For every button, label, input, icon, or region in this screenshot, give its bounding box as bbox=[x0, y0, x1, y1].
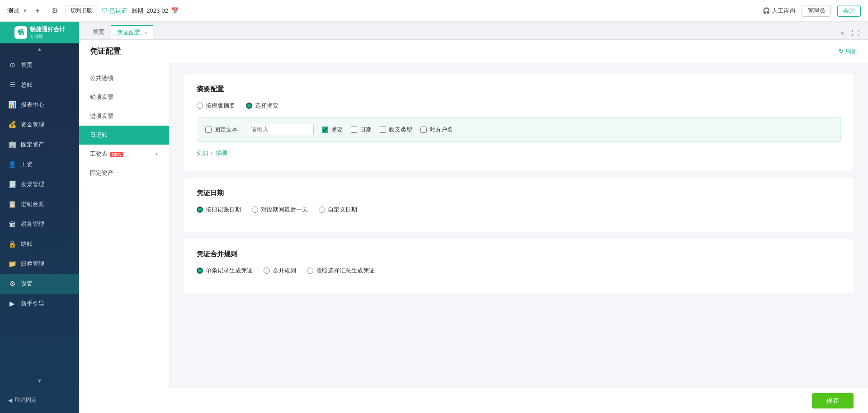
sidebar-item-payroll[interactable]: 👤 工资 bbox=[0, 155, 79, 174]
fund-icon: 💰 bbox=[8, 121, 16, 129]
sidebar-item-asset[interactable]: 🏢 固定资产 bbox=[0, 135, 79, 155]
summary-radio-group: 按模版摘要 选择摘要 bbox=[197, 102, 841, 110]
tab-home[interactable]: 首页 bbox=[86, 25, 111, 39]
ledger-icon: ☰ bbox=[8, 81, 16, 89]
sidebar-label: 报表中心 bbox=[21, 101, 44, 109]
counterparty-checkbox[interactable] bbox=[420, 127, 427, 133]
sidebar-item-tax[interactable]: 🏛 税务管理 bbox=[0, 214, 79, 234]
switch-old-btn[interactable]: 切到旧版 bbox=[66, 5, 97, 16]
merge-section: 凭证合并规则 单条记录生成凭证 合并规则 bbox=[184, 239, 854, 293]
archive-icon: 📁 bbox=[8, 260, 16, 268]
journal-date-radio[interactable] bbox=[197, 206, 203, 213]
guide-icon: ▶ bbox=[8, 300, 16, 308]
sidebar-label: 首页 bbox=[21, 61, 33, 69]
select-summary-option[interactable]: 选择摘要 bbox=[246, 102, 278, 110]
nav-item-purchase-invoice[interactable]: 进项发票 bbox=[79, 107, 169, 126]
fixed-text-checkbox[interactable] bbox=[205, 127, 212, 133]
sidebar-scroll-up[interactable]: ▲ bbox=[0, 43, 79, 55]
period-last-day-radio[interactable] bbox=[252, 206, 258, 213]
sidebar-item-home[interactable]: ⊙ 首页 bbox=[0, 55, 79, 75]
custom-date-radio[interactable] bbox=[319, 206, 325, 213]
cancel-fixed-btn[interactable]: ◀ 取消固定 bbox=[0, 392, 79, 408]
merge-rules-radio[interactable] bbox=[264, 268, 270, 274]
merge-rules-option[interactable]: 合并规则 bbox=[264, 267, 296, 275]
tab-voucher-config[interactable]: 凭证配置 × bbox=[111, 25, 153, 39]
payment-type-checkbox[interactable] bbox=[380, 127, 386, 133]
sidebar-label: 新手引导 bbox=[21, 300, 44, 308]
report-icon: 📊 bbox=[8, 101, 16, 109]
sidebar-label: 总账 bbox=[21, 81, 33, 89]
refresh-label: 刷新 bbox=[845, 47, 857, 56]
date-option[interactable]: 日期 bbox=[351, 126, 372, 134]
single-record-radio[interactable] bbox=[197, 268, 203, 274]
tab-voucher-config-label: 凭证配置 bbox=[117, 28, 141, 37]
calendar-icon[interactable]: 📅 bbox=[171, 7, 179, 14]
main-layout: 畅 畅捷通好会计 专业版 ▲ ⊙ 首页 ☰ 总账 📊 报表中心 bbox=[0, 22, 868, 413]
summary-section-title: 摘要配置 bbox=[197, 85, 841, 94]
nav-item-journal[interactable]: 日记账 bbox=[79, 126, 169, 145]
close-account-icon: 🔒 bbox=[8, 240, 16, 248]
sidebar-label: 进销台账 bbox=[21, 200, 44, 208]
admin-btn[interactable]: 管理员 bbox=[802, 5, 831, 17]
refresh-icon: ↻ bbox=[839, 48, 844, 55]
company-dropdown-icon[interactable]: ▾ bbox=[24, 7, 27, 14]
add-icon[interactable]: + bbox=[31, 5, 44, 17]
sidebar-item-ledger[interactable]: ☰ 总账 bbox=[0, 75, 79, 95]
sidebar-label: 资金管理 bbox=[21, 121, 44, 129]
consult-btn[interactable]: 🎧 人工咨询 bbox=[763, 7, 795, 15]
merge-radio-group: 单条记录生成凭证 合并规则 按照选择汇总生成凭证 bbox=[197, 267, 841, 275]
sidebar-item-close[interactable]: 🔒 结账 bbox=[0, 234, 79, 254]
example-text: 例如： 摘要 bbox=[197, 146, 841, 160]
sidebar-item-report[interactable]: 📊 报表中心 bbox=[0, 95, 79, 115]
sidebar-item-settings[interactable]: ⚙ 设置 bbox=[0, 274, 79, 294]
nav-item-fixed-assets[interactable]: 固定资产 bbox=[79, 164, 169, 183]
cancel-fixed-label: 取消固定 bbox=[15, 396, 37, 404]
nav-item-public[interactable]: 公共选项 bbox=[79, 69, 169, 88]
date-radio-group: 按日记账日期 对应期间最后一天 自定义日期 bbox=[197, 206, 841, 214]
shield-icon: 🛡 bbox=[102, 7, 108, 14]
fixed-text-option[interactable]: 固定文本 bbox=[205, 126, 238, 134]
certified-text: 已认证 bbox=[109, 7, 127, 15]
journal-date-option[interactable]: 按日记账日期 bbox=[197, 206, 241, 214]
template-summary-radio[interactable] bbox=[197, 103, 203, 109]
settings-gear-icon[interactable]: ⚙ bbox=[48, 5, 61, 17]
sidebar-item-fund[interactable]: 💰 资金管理 bbox=[0, 115, 79, 135]
left-nav: 公共选项 销项发票 进项发票 日记账 工资表 NEW ▾ bbox=[79, 63, 170, 388]
sidebar-item-archive[interactable]: 📁 归档管理 bbox=[0, 254, 79, 274]
scroll-up-icon[interactable]: ▲ bbox=[36, 45, 43, 53]
tab-fullscreen-btn[interactable]: ⛶ bbox=[850, 28, 861, 39]
single-record-option[interactable]: 单条记录生成凭证 bbox=[197, 267, 253, 275]
abstract-option[interactable]: 摘要 bbox=[322, 126, 343, 134]
nav-item-payroll-table[interactable]: 工资表 NEW ▾ bbox=[79, 145, 169, 164]
asset-icon: 🏢 bbox=[8, 141, 16, 149]
header-right: 🎧 人工咨询 管理员 会计 bbox=[763, 5, 861, 17]
save-btn[interactable]: 保存 bbox=[812, 393, 854, 408]
top-header: 测试 ▾ + ⚙ 切到旧版 🛡 已认证 账期 2023-02 📅 🎧 人工咨询 … bbox=[0, 0, 868, 22]
date-checkbox[interactable] bbox=[351, 127, 357, 133]
select-summary-merge-radio[interactable] bbox=[307, 268, 313, 274]
sidebar-item-purchase-sale[interactable]: 📋 进销台账 bbox=[0, 194, 79, 214]
select-summary-radio[interactable] bbox=[246, 103, 252, 109]
tab-home-label: 首页 bbox=[93, 28, 104, 36]
select-summary-merge-option[interactable]: 按照选择汇总生成凭证 bbox=[307, 267, 375, 275]
sidebar-item-invoice[interactable]: 🧾 发票管理 bbox=[0, 174, 79, 194]
sidebar-label: 固定资产 bbox=[21, 141, 44, 149]
tab-close-icon[interactable]: × bbox=[144, 30, 147, 35]
abstract-checkbox[interactable] bbox=[322, 127, 328, 133]
sidebar-scroll-down[interactable]: ▼ bbox=[0, 375, 79, 387]
accountant-btn[interactable]: 会计 bbox=[837, 5, 861, 17]
fixed-text-input[interactable] bbox=[246, 124, 314, 135]
custom-date-option[interactable]: 自定义日期 bbox=[319, 206, 357, 214]
sidebar-item-guide[interactable]: ▶ 新手引导 bbox=[0, 294, 79, 314]
counterparty-option[interactable]: 对方户名 bbox=[420, 126, 453, 134]
template-summary-option[interactable]: 按模版摘要 bbox=[197, 102, 235, 110]
tax-icon: 🏛 bbox=[8, 221, 16, 228]
tab-close-btn[interactable]: × bbox=[839, 28, 846, 39]
scroll-down-icon[interactable]: ▼ bbox=[36, 377, 43, 385]
tab-bar: 首页 凭证配置 × × ⛶ bbox=[79, 22, 868, 40]
refresh-btn[interactable]: ↻ 刷新 bbox=[839, 47, 857, 56]
nav-item-sales-invoice[interactable]: 销项发票 bbox=[79, 88, 169, 107]
period-last-day-option[interactable]: 对应期间最后一天 bbox=[252, 206, 308, 214]
payment-type-option[interactable]: 收支类型 bbox=[380, 126, 412, 134]
sidebar-logo: 畅 畅捷通好会计 专业版 bbox=[0, 22, 79, 43]
